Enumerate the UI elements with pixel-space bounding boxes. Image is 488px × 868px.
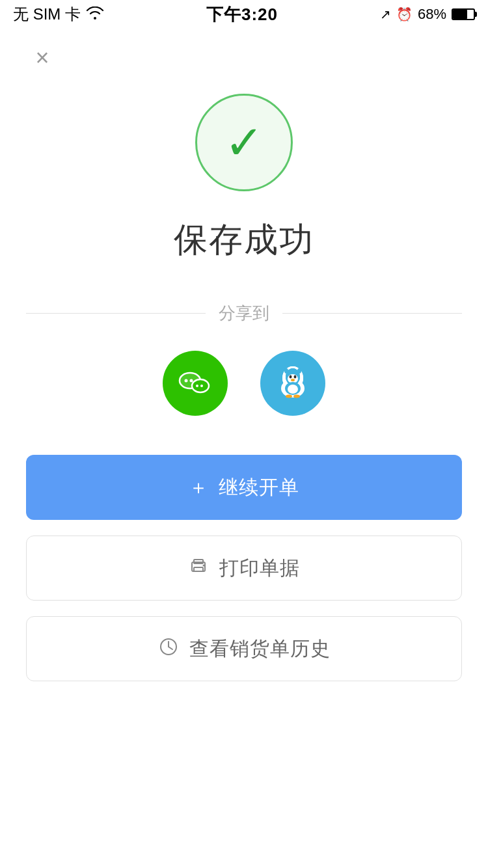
action-buttons: ＋ 继续开单 打印单据 查看销货单历史 [26,455,462,681]
svg-rect-25 [194,567,203,571]
clock-icon [158,636,179,662]
svg-point-22 [297,368,301,373]
battery-label: 68% [418,6,446,23]
svg-point-18 [288,385,298,394]
close-button[interactable]: × [26,42,59,74]
status-bar: 无 SIM 卡 下午3:20 ↗ ⏰ 68% [0,0,488,29]
svg-point-2 [185,379,188,383]
status-left: 无 SIM 卡 [13,4,104,25]
svg-point-3 [190,379,193,383]
svg-point-19 [286,395,292,398]
checkmark-icon: ✓ [224,119,264,166]
svg-point-26 [203,564,205,566]
continue-button[interactable]: ＋ 继续开单 [26,455,462,520]
success-icon-circle: ✓ [195,94,293,191]
svg-point-14 [290,375,292,379]
close-icon: × [35,44,49,72]
success-title: 保存成功 [174,217,314,263]
share-section: 分享到 [26,302,462,416]
plus-icon: ＋ [189,474,208,501]
wifi-icon [86,5,104,23]
sim-label: 无 SIM 卡 [13,4,81,25]
qq-icon [276,364,310,403]
wechat-share-button[interactable] [163,351,228,416]
qq-share-button[interactable] [260,351,325,416]
divider-left [26,313,206,314]
share-divider: 分享到 [26,302,462,325]
svg-point-20 [293,395,300,398]
continue-label: 继续开单 [219,474,299,501]
divider-right [282,313,462,314]
svg-point-21 [284,368,288,373]
svg-point-15 [294,375,297,379]
status-right: ↗ ⏰ 68% [380,6,475,23]
battery-icon [452,8,475,20]
svg-point-7 [200,385,203,387]
wechat-icon [177,369,213,398]
share-label: 分享到 [219,302,269,325]
svg-point-6 [196,385,198,387]
svg-point-16 [291,379,295,381]
history-label: 查看销货单历史 [189,636,331,662]
print-label: 打印单据 [219,555,300,582]
history-button[interactable]: 查看销货单历史 [26,616,462,681]
alarm-icon: ⏰ [396,7,413,22]
share-icons-row [163,351,325,416]
status-time: 下午3:20 [206,3,278,26]
main-content: × ✓ 保存成功 分享到 [0,29,488,868]
svg-line-29 [169,647,172,649]
print-icon [188,556,209,581]
print-button[interactable]: 打印单据 [26,536,462,601]
location-icon: ↗ [380,7,391,22]
